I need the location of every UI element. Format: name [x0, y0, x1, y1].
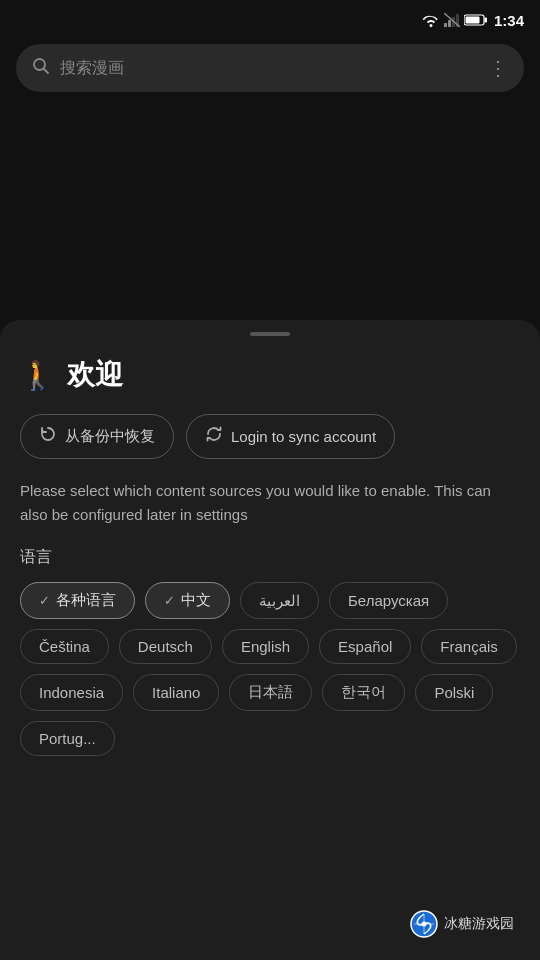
lang-tag-all[interactable]: ✓各种语言 [20, 582, 135, 619]
svg-rect-1 [448, 20, 451, 27]
description-text: Please select which content sources you … [20, 479, 520, 527]
svg-point-12 [422, 922, 427, 927]
search-icon [32, 57, 50, 80]
welcome-title: 欢迎 [67, 356, 123, 394]
watermark-logo [410, 910, 438, 938]
welcome-section: 🚶 欢迎 [20, 356, 520, 394]
svg-rect-0 [444, 23, 447, 27]
restore-button[interactable]: 从备份中恢复 [20, 414, 174, 459]
lang-tag-pt[interactable]: Portug... [20, 721, 115, 756]
wifi-icon [422, 13, 440, 27]
bottom-sheet: 🚶 欢迎 从备份中恢复 Login to sync ac [0, 320, 540, 960]
action-buttons: 从备份中恢复 Login to sync account [20, 414, 520, 459]
sheet-handle [250, 332, 290, 336]
status-bar: 1:34 [0, 0, 540, 36]
svg-line-9 [44, 68, 49, 73]
status-time: 1:34 [494, 12, 524, 29]
restore-label: 从备份中恢复 [65, 427, 155, 446]
lang-tag-it[interactable]: Italiano [133, 674, 219, 711]
watermark-text: 冰糖游戏园 [444, 915, 514, 933]
lang-tag-be[interactable]: Беларуская [329, 582, 448, 619]
language-tags: ✓各种语言✓中文العربيةБеларускаяČeštinaDeutschE… [20, 582, 520, 756]
login-button[interactable]: Login to sync account [186, 414, 395, 459]
welcome-icon: 🚶 [20, 359, 55, 392]
svg-rect-7 [465, 17, 479, 24]
more-options-icon[interactable]: ⋮ [488, 56, 508, 80]
restore-icon [39, 425, 57, 448]
battery-icon [464, 14, 488, 26]
login-label: Login to sync account [231, 428, 376, 445]
svg-rect-6 [484, 18, 487, 23]
lang-tag-cs[interactable]: Čeština [20, 629, 109, 664]
lang-tag-es[interactable]: Español [319, 629, 411, 664]
lang-tag-ko[interactable]: 한국어 [322, 674, 405, 711]
lang-tag-ja[interactable]: 日本語 [229, 674, 312, 711]
lang-tag-ar[interactable]: العربية [240, 582, 319, 619]
search-bar-container: 搜索漫画 ⋮ [0, 36, 540, 104]
lang-tag-fr[interactable]: Français [421, 629, 517, 664]
lang-tag-zh[interactable]: ✓中文 [145, 582, 230, 619]
lang-tag-id[interactable]: Indonesia [20, 674, 123, 711]
lang-tag-pl[interactable]: Polski [415, 674, 493, 711]
watermark: 冰糖游戏园 [400, 904, 524, 944]
lang-tag-en[interactable]: English [222, 629, 309, 664]
lang-tag-de[interactable]: Deutsch [119, 629, 212, 664]
status-icons [422, 13, 488, 27]
signal-icon [444, 13, 460, 27]
search-bar[interactable]: 搜索漫画 ⋮ [16, 44, 524, 92]
language-section: 语言 ✓各种语言✓中文العربيةБеларускаяČeštinaDeuts… [20, 547, 520, 756]
sync-icon [205, 425, 223, 448]
language-label: 语言 [20, 547, 520, 568]
search-placeholder: 搜索漫画 [60, 58, 478, 79]
